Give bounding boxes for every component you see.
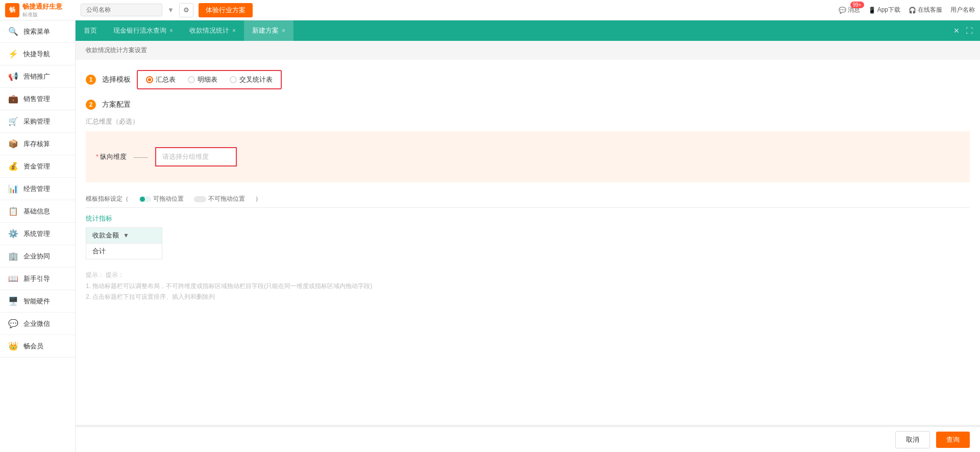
notification-button[interactable]: 💬 消息 99+ bbox=[839, 6, 860, 14]
tab-cashflow[interactable]: 现金银行流水查询 × bbox=[105, 20, 181, 41]
system-icon: ⚙️ bbox=[8, 229, 18, 239]
section2: 2 方案配置 汇总维度（必选） 纵向维度 —— 请选择分组维度 bbox=[86, 100, 970, 303]
sidebar-item-basic-info[interactable]: 📋 基础信息 bbox=[0, 200, 75, 223]
sidebar-item-hardware[interactable]: 🖥️ 智能硬件 bbox=[0, 290, 75, 313]
tab-new-plan-label: 新建方案 bbox=[252, 26, 279, 35]
sidebar-item-search[interactable]: 🔍 搜索菜单 bbox=[0, 20, 75, 43]
no-drag-indicator-icon bbox=[194, 196, 206, 202]
tab-receipts-close[interactable]: × bbox=[232, 28, 236, 34]
radio-detail[interactable]: 明细表 bbox=[188, 75, 217, 84]
sidebar-item-purchase[interactable]: 🛒 采购管理 bbox=[0, 110, 75, 133]
sidebar-item-system[interactable]: ⚙️ 系统管理 bbox=[0, 223, 75, 245]
sidebar-item-wechat[interactable]: 💬 企业微信 bbox=[0, 313, 75, 335]
drag-dot bbox=[140, 197, 145, 202]
member-icon: 👑 bbox=[8, 341, 18, 351]
vertical-dim-row: 纵向维度 —— 请选择分组维度 bbox=[96, 147, 237, 166]
sidebar-label-inventory: 库存核算 bbox=[23, 139, 50, 149]
logo-icon: 畅 bbox=[5, 3, 19, 17]
section2-header: 2 方案配置 bbox=[86, 100, 970, 110]
sidebar-item-marketing[interactable]: 📢 营销推广 bbox=[0, 65, 75, 88]
download-button[interactable]: 📱 App下载 bbox=[868, 6, 900, 14]
sidebar-label-finance: 资金管理 bbox=[23, 162, 50, 171]
notification-badge: 99+ bbox=[850, 2, 864, 8]
section1-number: 1 bbox=[86, 75, 96, 85]
breadcrumb: 收款情况统计方案设置 bbox=[76, 41, 980, 60]
radio-crosstab-label: 交叉统计表 bbox=[239, 75, 273, 84]
sidebar-label-member: 畅会员 bbox=[23, 342, 43, 351]
tab-new-plan[interactable]: 新建方案 × bbox=[244, 20, 293, 41]
download-label: App下载 bbox=[877, 6, 900, 14]
radio-crosstab[interactable]: 交叉统计表 bbox=[230, 75, 273, 84]
tab-home-label: 首页 bbox=[84, 26, 97, 35]
dimension-area: 汇总维度（必选） 纵向维度 —— 请选择分组维度 bbox=[86, 117, 970, 182]
sidebar-label-marketing: 营销推广 bbox=[23, 72, 50, 81]
finance-icon: 💰 bbox=[8, 161, 18, 171]
sidebar-label-hardware: 智能硬件 bbox=[23, 297, 50, 306]
tab-close-all-icon[interactable]: ✕ bbox=[952, 26, 961, 36]
logo-text: 畅捷通好生意 bbox=[22, 2, 62, 11]
sidebar-label-purchase: 采购管理 bbox=[23, 117, 50, 126]
metrics-table: 收款金额 ▼ 合计 bbox=[86, 227, 162, 259]
vertical-dim-label: 纵向维度 bbox=[96, 152, 127, 161]
draggable-badge: 可拖动位置 bbox=[139, 195, 184, 203]
sidebar-item-sales[interactable]: 💼 销售管理 bbox=[0, 88, 75, 110]
lightning-icon: ⚡ bbox=[8, 49, 18, 59]
radio-detail-label: 明细表 bbox=[198, 75, 217, 84]
radio-summary-label: 汇总表 bbox=[156, 75, 176, 84]
metrics-col-dropdown-icon[interactable]: ▼ bbox=[123, 232, 129, 239]
query-button[interactable]: 查询 bbox=[936, 432, 970, 448]
section1-title: 选择模板 bbox=[102, 75, 131, 84]
radio-summary-circle bbox=[146, 76, 153, 83]
tab-cashflow-close[interactable]: × bbox=[169, 28, 173, 34]
no-drag-badge: 不可拖动位置 bbox=[194, 195, 245, 203]
tab-receipts-label: 收款情况统计 bbox=[189, 26, 229, 35]
radio-summary[interactable]: 汇总表 bbox=[146, 75, 176, 84]
settings-button[interactable]: ⚙ bbox=[179, 3, 193, 17]
tips-title: 提示： bbox=[86, 271, 104, 278]
metrics-col-header[interactable]: 收款金额 ▼ bbox=[86, 228, 162, 244]
metrics-setting-label-prefix: 模板指标设定（ bbox=[86, 195, 129, 203]
radio-detail-circle bbox=[188, 76, 195, 83]
management-icon: 📊 bbox=[8, 184, 18, 194]
top-header: 畅 畅捷通好生意 标准版 公司名称 ▼ ⚙ 体验行业方案 💬 消息 99+ 📱 … bbox=[0, 0, 980, 20]
logo-badge: 标准版 bbox=[22, 11, 62, 18]
template-radio-group: 汇总表 明细表 交叉统计表 bbox=[137, 70, 282, 89]
sidebar-item-management[interactable]: 📊 经营管理 bbox=[0, 178, 75, 200]
sidebar-item-finance[interactable]: 💰 资金管理 bbox=[0, 155, 75, 178]
sidebar-label-wechat: 企业微信 bbox=[23, 319, 50, 328]
cancel-button[interactable]: 取消 bbox=[895, 431, 930, 448]
guide-icon: 📖 bbox=[8, 274, 18, 283]
tab-receipts[interactable]: 收款情况统计 × bbox=[181, 20, 244, 41]
sidebar-label-enterprise: 企业协同 bbox=[23, 252, 50, 261]
tab-new-plan-close[interactable]: × bbox=[282, 28, 285, 34]
tab-expand-icon[interactable]: ⛶ bbox=[965, 26, 974, 36]
sidebar-item-member[interactable]: 👑 畅会员 bbox=[0, 335, 75, 358]
wechat-icon: 💬 bbox=[8, 319, 18, 328]
grouping-dimension-select[interactable]: 请选择分组维度 bbox=[155, 147, 237, 166]
sidebar-label-sales: 销售管理 bbox=[23, 94, 50, 104]
drag-indicator-icon bbox=[139, 196, 151, 202]
company-dropdown-icon[interactable]: ▼ bbox=[167, 6, 174, 14]
sidebar-label-basic-info: 基础信息 bbox=[23, 207, 50, 216]
tab-home[interactable]: 首页 bbox=[76, 20, 105, 41]
company-name-display[interactable]: 公司名称 bbox=[81, 4, 162, 16]
metrics-setting-header: 模板指标设定（ 可拖动位置 不可拖动位置 ） bbox=[86, 195, 970, 208]
sidebar-label-search: 搜索菜单 bbox=[23, 27, 50, 36]
sidebar-item-inventory[interactable]: 📦 库存核算 bbox=[0, 133, 75, 155]
sidebar-item-quicknav[interactable]: ⚡ 快捷导航 bbox=[0, 43, 75, 65]
sales-icon: 💼 bbox=[8, 94, 18, 104]
sidebar-item-guide[interactable]: 📖 新手引导 bbox=[0, 268, 75, 290]
tab-bar: 首页 现金银行流水查询 × 收款情况统计 × 新建方案 × ✕ ⛶ bbox=[76, 20, 980, 41]
trial-button[interactable]: 体验行业方案 bbox=[199, 3, 253, 17]
sidebar-item-enterprise[interactable]: 🏢 企业协同 bbox=[0, 245, 75, 268]
user-name[interactable]: 用户名称 bbox=[950, 6, 975, 14]
sidebar-label-guide: 新手引导 bbox=[23, 274, 50, 283]
dimension-group-label: 汇总维度（必选） bbox=[86, 117, 970, 126]
inventory-icon: 📦 bbox=[8, 139, 18, 149]
headset-icon: 🎧 bbox=[909, 7, 916, 14]
service-button[interactable]: 🎧 在线客服 bbox=[909, 6, 942, 14]
header-middle: 公司名称 ▼ ⚙ 体验行业方案 bbox=[81, 3, 839, 17]
purchase-icon: 🛒 bbox=[8, 116, 18, 126]
metrics-row-total: 合计 bbox=[86, 244, 162, 259]
tip2-text: 2. 点击标题栏下拉可设置排序、插入列和删除列 bbox=[86, 292, 970, 303]
